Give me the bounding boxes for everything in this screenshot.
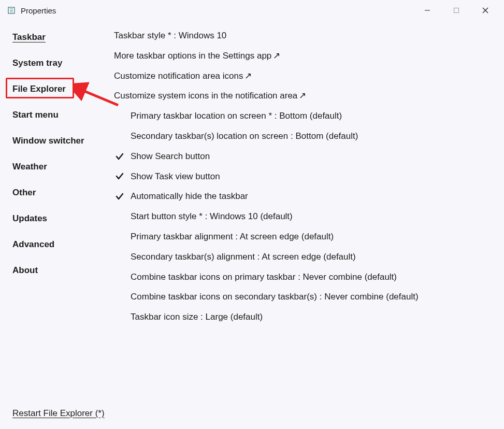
sidebar-item-about[interactable]: About	[12, 265, 38, 276]
titlebar: Properties	[0, 0, 504, 21]
setting-label: Primary taskbar location on screen * : B…	[131, 110, 342, 122]
setting-row[interactable]: Primary taskbar location on screen * : B…	[114, 110, 492, 122]
content-panel: Taskbar style * : Windows 10More taskbar…	[109, 21, 504, 429]
setting-row[interactable]: Primary taskbar alignment : At screen ed…	[114, 231, 492, 243]
setting-label: Combine taskbar icons on primary taskbar…	[131, 271, 397, 283]
setting-row[interactable]: Secondary taskbar(s) location on screen …	[114, 130, 492, 142]
external-link-icon: ↗	[244, 70, 252, 82]
sidebar-item-start-menu[interactable]: Start menu	[12, 110, 59, 120]
setting-label: Combine taskbar icons on secondary taskb…	[131, 291, 419, 303]
app-icon	[7, 6, 16, 15]
checkmark-icon	[114, 152, 125, 161]
setting-row[interactable]: Customize system icons in the notificati…	[114, 90, 492, 102]
setting-row[interactable]: Combine taskbar icons on secondary taskb…	[114, 291, 492, 303]
setting-label: Show Task view button	[131, 170, 220, 183]
sidebar-item-updates[interactable]: Updates	[12, 213, 47, 224]
svg-rect-5	[454, 8, 459, 13]
setting-label: Automatically hide the taskbar	[131, 190, 248, 203]
external-link-icon: ↗	[299, 90, 306, 102]
window-controls	[413, 0, 500, 21]
sidebar-item-weather[interactable]: Weather	[12, 162, 47, 172]
setting-row[interactable]: Combine taskbar icons on primary taskbar…	[114, 271, 492, 283]
window-title: Properties	[21, 6, 413, 15]
minimize-button[interactable]	[413, 0, 442, 21]
setting-row[interactable]: Taskbar icon size : Large (default)	[114, 311, 492, 323]
sidebar-item-file-explorer[interactable]: File Explorer	[12, 84, 66, 94]
external-link-icon: ↗	[273, 50, 280, 62]
setting-row[interactable]: Automatically hide the taskbar	[114, 190, 492, 203]
setting-label: Taskbar icon size : Large (default)	[131, 311, 263, 323]
setting-label: Customize notification area icons	[114, 70, 243, 82]
setting-label: Customize system icons in the notificati…	[114, 90, 297, 102]
close-button[interactable]	[471, 0, 500, 21]
maximize-button[interactable]	[442, 0, 471, 21]
setting-row[interactable]: Customize notification area icons ↗	[114, 70, 492, 82]
setting-row[interactable]: Secondary taskbar(s) alignment : At scre…	[114, 251, 492, 263]
setting-label: More taskbar options in the Settings app	[114, 50, 271, 62]
sidebar-item-taskbar[interactable]: Taskbar	[12, 32, 46, 42]
setting-row[interactable]: Start button style * : Windows 10 (defau…	[114, 210, 492, 223]
setting-label: Secondary taskbar(s) alignment : At scre…	[131, 251, 356, 263]
checkmark-icon	[114, 171, 125, 181]
setting-label: Taskbar style * : Windows 10	[114, 30, 226, 42]
checkmark-icon	[114, 192, 125, 201]
setting-row[interactable]: More taskbar options in the Settings app…	[114, 50, 492, 62]
sidebar-item-window-switcher[interactable]: Window switcher	[12, 136, 84, 146]
restart-file-explorer-link[interactable]: Restart File Explorer (*)	[12, 408, 105, 419]
setting-label: Primary taskbar alignment : At screen ed…	[131, 231, 334, 243]
sidebar: TaskbarSystem trayFile ExplorerStart men…	[0, 21, 109, 429]
setting-label: Start button style * : Windows 10 (defau…	[131, 210, 293, 223]
setting-row[interactable]: Taskbar style * : Windows 10	[114, 30, 492, 42]
sidebar-item-other[interactable]: Other	[12, 188, 36, 198]
setting-label: Show Search button	[131, 150, 210, 163]
setting-row[interactable]: Show Task view button	[114, 170, 492, 183]
sidebar-item-system-tray[interactable]: System tray	[12, 58, 62, 68]
setting-label: Secondary taskbar(s) location on screen …	[131, 130, 358, 142]
sidebar-item-advanced[interactable]: Advanced	[12, 239, 54, 250]
setting-row[interactable]: Show Search button	[114, 150, 492, 163]
